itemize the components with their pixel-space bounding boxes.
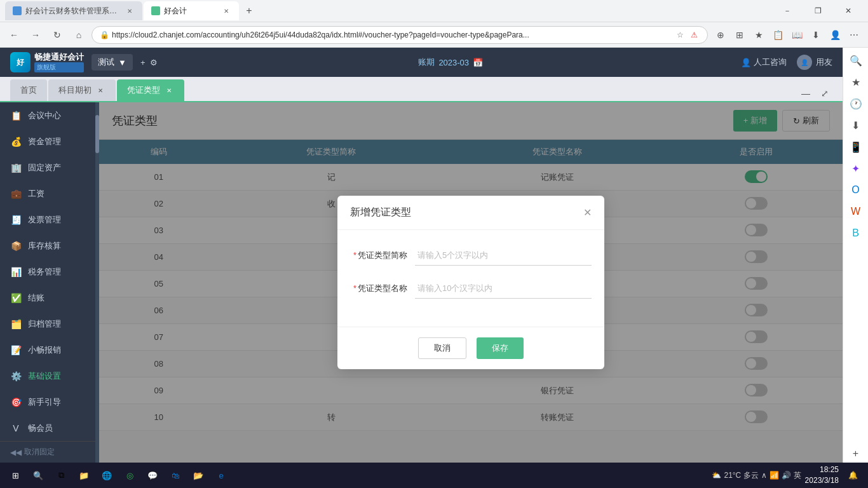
edge-add-sidebar-icon[interactable]: + bbox=[846, 444, 866, 464]
save-button[interactable]: 保存 bbox=[477, 337, 524, 359]
taskbar-task-view[interactable]: ⧉ bbox=[51, 465, 71, 485]
back-button[interactable]: ← bbox=[5, 26, 23, 44]
header-right: 👤 人工咨询 👤 用友 bbox=[741, 55, 832, 70]
taskbar-store[interactable]: 🛍 bbox=[165, 465, 186, 485]
lang-btn[interactable]: 英 bbox=[794, 470, 801, 481]
taskbar-notification[interactable]: 🔔 bbox=[843, 465, 863, 485]
address-bar: ← → ↻ ⌂ 🔒 https://cloud2.chanjet.com/acc… bbox=[0, 22, 868, 48]
tab-home-label: 首页 bbox=[20, 85, 37, 96]
name-input[interactable] bbox=[415, 278, 592, 299]
sidebar-item-member[interactable]: V 畅会员 bbox=[0, 415, 95, 441]
address-box[interactable]: 🔒 https://cloud2.chanjet.com/accounting/… bbox=[92, 26, 708, 44]
taskbar-file-explorer[interactable]: 📁 bbox=[74, 465, 94, 485]
modal-close-icon[interactable]: ✕ bbox=[583, 207, 592, 219]
taskbar-sys-icons: ⛅ 21°C 多云 ∧ 📶 🔊 英 bbox=[712, 470, 801, 481]
name-label: 凭证类型名称 bbox=[350, 283, 407, 294]
weather-text: 21°C 多云 bbox=[724, 470, 758, 481]
browser-tab-2[interactable]: 好会计 ✕ bbox=[144, 1, 239, 20]
home-button[interactable]: ⌂ bbox=[70, 26, 88, 44]
sidebar-item-assets[interactable]: 🏢 固定资产 bbox=[0, 154, 95, 180]
add-icon-btn[interactable]: + bbox=[140, 58, 146, 67]
minimize-button[interactable]: － bbox=[773, 1, 802, 20]
taskbar-wechat[interactable]: 💬 bbox=[142, 465, 163, 485]
tab-close-2[interactable]: ✕ bbox=[221, 6, 231, 16]
tab-voucher-type-close[interactable]: ✕ bbox=[164, 85, 174, 95]
sidebar-item-guide-label: 新手引导 bbox=[28, 396, 61, 408]
taskbar-search[interactable]: 🔍 bbox=[28, 465, 48, 485]
start-button[interactable]: ⊞ bbox=[5, 465, 25, 485]
abbr-input[interactable] bbox=[415, 245, 592, 266]
extensions-icon[interactable]: ⊕ bbox=[712, 26, 729, 44]
refresh-button[interactable]: ↻ bbox=[48, 26, 66, 44]
taskbar-folder[interactable]: 📂 bbox=[188, 465, 208, 485]
user-info[interactable]: 👤 用友 bbox=[797, 55, 832, 70]
alert-icon[interactable]: ⚠ bbox=[688, 29, 700, 41]
modal-body: 凭证类型简称 凭证类型名称 bbox=[337, 230, 604, 327]
sidebar-item-guide[interactable]: 🎯 新手引导 bbox=[0, 389, 95, 415]
period-label: 账期 bbox=[418, 57, 435, 68]
sidebar-item-funds[interactable]: 💰 资金管理 bbox=[0, 128, 95, 154]
new-tab-button[interactable]: + bbox=[240, 2, 258, 20]
sidebar-item-archive[interactable]: 🗂️ 归档管理 bbox=[0, 311, 95, 337]
sidebar-item-settle[interactable]: ✅ 结账 bbox=[0, 285, 95, 311]
tab-home[interactable]: 首页 bbox=[10, 79, 47, 101]
name-form-row: 凭证类型名称 bbox=[350, 278, 592, 299]
settings-icon-btn[interactable]: ⚙ bbox=[150, 58, 158, 67]
sidebar-item-archive-label: 归档管理 bbox=[28, 318, 61, 330]
sidebar-item-invoice[interactable]: 🧾 发票管理 bbox=[0, 207, 95, 233]
logo-text: 畅捷通好会计 bbox=[34, 52, 84, 62]
member-icon: V bbox=[10, 423, 22, 434]
tab-maximize-btn[interactable]: ⤢ bbox=[817, 86, 832, 101]
sidebar-item-inventory[interactable]: 📦 库存核算 bbox=[0, 233, 95, 259]
sidebar-footer[interactable]: ◀◀ 取消固定 bbox=[0, 441, 95, 463]
forward-button[interactable]: → bbox=[27, 26, 44, 44]
bookmark-icon[interactable]: ☆ bbox=[674, 29, 686, 41]
immersive-reader-icon[interactable]: 📖 bbox=[788, 26, 806, 44]
sidebar-item-tax[interactable]: 📊 税务管理 bbox=[0, 259, 95, 285]
cancel-button[interactable]: 取消 bbox=[418, 337, 466, 359]
tab-voucher-type-label: 凭证类型 bbox=[127, 85, 160, 96]
tab-close-1[interactable]: ✕ bbox=[125, 6, 135, 16]
settings-more-icon[interactable]: ⋯ bbox=[845, 26, 863, 44]
sidebar-item-expense[interactable]: 📝 小畅报销 bbox=[0, 337, 95, 363]
consult-btn[interactable]: 👤 人工咨询 bbox=[741, 57, 787, 68]
profile-icon[interactable]: 👤 bbox=[826, 26, 844, 44]
sidebar-item-settings[interactable]: ⚙️ 基础设置 bbox=[0, 363, 95, 389]
edge-office-icon[interactable]: W bbox=[846, 201, 866, 222]
taskbar-edge2[interactable]: e bbox=[211, 465, 231, 485]
collections-icon[interactable]: 📋 bbox=[769, 26, 787, 44]
edge-search-icon[interactable]: 🔍 bbox=[846, 50, 866, 71]
sidebar-item-invoice-label: 发票管理 bbox=[28, 214, 61, 226]
edge-apps-icon[interactable]: 📱 bbox=[846, 137, 866, 157]
browser-tab-1[interactable]: 好会计云财务软件管理系统_会计 ✕ bbox=[5, 1, 142, 20]
network-icon: 📶 bbox=[770, 471, 779, 480]
taskbar-edge[interactable]: 🌐 bbox=[97, 465, 117, 485]
tab-subject-close[interactable]: ✕ bbox=[95, 85, 105, 95]
sidebar-item-salary[interactable]: 💼 工资 bbox=[0, 180, 95, 207]
maximize-button[interactable]: ❐ bbox=[803, 1, 832, 20]
edge-history-icon[interactable]: 🕐 bbox=[846, 93, 866, 114]
edge-outlook-icon[interactable]: O bbox=[846, 180, 866, 200]
tab-minimize-btn[interactable]: — bbox=[798, 86, 813, 101]
edge-favorites-icon[interactable]: ★ bbox=[846, 72, 866, 92]
app-logo: 好 畅捷通好会计 旗舰版 bbox=[10, 52, 84, 72]
tab-subject[interactable]: 科目期初 ✕ bbox=[48, 79, 116, 101]
consult-icon: 👤 bbox=[741, 58, 751, 67]
org-selector[interactable]: 测试 ▼ bbox=[92, 54, 133, 71]
downloads-icon[interactable]: ⬇ bbox=[807, 26, 825, 44]
tab-label-1: 好会计云财务软件管理系统_会计 bbox=[25, 6, 121, 17]
edge-downloads-icon[interactable]: ⬇ bbox=[846, 115, 866, 135]
taskbar-time[interactable]: 18:25 2023/3/18 bbox=[805, 464, 839, 486]
header-icons: + ⚙ bbox=[140, 58, 158, 67]
close-button[interactable]: ✕ bbox=[834, 1, 863, 20]
sidebar-item-assets-label: 固定资产 bbox=[28, 162, 61, 173]
cancel-button-label: 取消 bbox=[434, 343, 451, 353]
favorites-icon[interactable]: ★ bbox=[750, 26, 768, 44]
split-screen-icon[interactable]: ⊞ bbox=[731, 26, 749, 44]
edge-bing-chat-icon[interactable]: ✦ bbox=[846, 158, 866, 179]
sidebar-item-settings-label: 基础设置 bbox=[28, 370, 61, 382]
taskbar-chrome[interactable]: ◎ bbox=[119, 465, 140, 485]
sidebar-item-dashboard[interactable]: 📋 会议中心 bbox=[0, 102, 95, 128]
edge-bing-icon[interactable]: B bbox=[846, 223, 866, 243]
tab-voucher-type[interactable]: 凭证类型 ✕ bbox=[117, 79, 184, 101]
